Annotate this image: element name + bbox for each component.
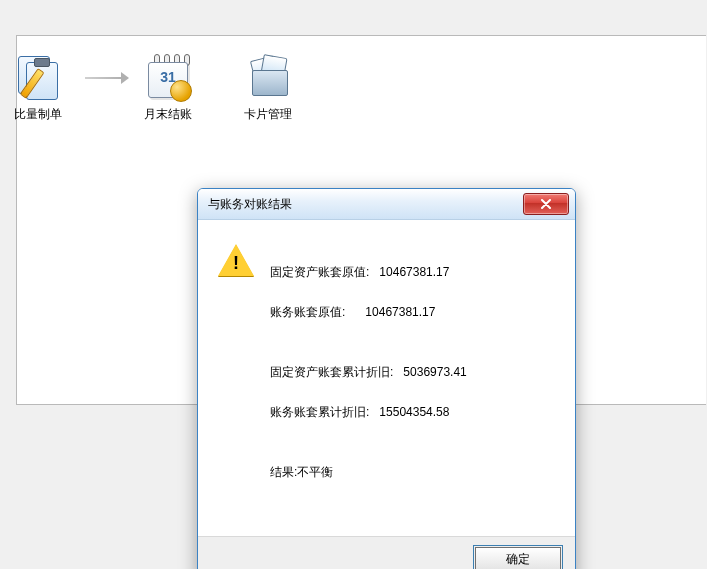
dialog-body: ! 固定资产账套原值: 10467381.17 账务账套原值: 10467381… bbox=[198, 220, 575, 536]
tool-label: 月末结账 bbox=[144, 106, 192, 123]
tool-label: 比量制单 bbox=[14, 106, 62, 123]
value-fin-original: 10467381.17 bbox=[365, 305, 435, 319]
clipboard-icon bbox=[14, 54, 62, 102]
ok-button[interactable]: 确定 bbox=[475, 547, 561, 569]
value-fin-depr: 15504354.58 bbox=[379, 405, 449, 419]
dialog-titlebar[interactable]: 与账务对账结果 bbox=[198, 189, 575, 220]
workflow-toolbar: 比量制单 31 月末结账 bbox=[3, 54, 303, 123]
reconciliation-dialog: 与账务对账结果 ! 固定资产账套原值: 10467381.17 账务账套原值: … bbox=[197, 188, 576, 569]
value-fa-depr: 5036973.41 bbox=[403, 365, 466, 379]
value-result: 不平衡 bbox=[297, 465, 333, 479]
dialog-title: 与账务对账结果 bbox=[208, 196, 292, 213]
tool-batch-vouchers[interactable]: 比量制单 bbox=[3, 54, 73, 123]
tool-month-end-close[interactable]: 31 月末结账 bbox=[133, 54, 203, 123]
calendar-icon: 31 bbox=[144, 54, 192, 102]
arrow-icon bbox=[85, 77, 121, 79]
dialog-footer: 确定 bbox=[198, 536, 575, 569]
warning-icon: ! bbox=[218, 244, 254, 522]
tool-label: 卡片管理 bbox=[244, 106, 292, 123]
app-stage: 比量制单 31 月末结账 bbox=[0, 0, 707, 569]
close-icon bbox=[540, 199, 552, 209]
close-button[interactable] bbox=[523, 193, 569, 215]
value-fa-original: 10467381.17 bbox=[379, 265, 449, 279]
tool-card-management[interactable]: 卡片管理 bbox=[233, 54, 303, 123]
cardbox-icon bbox=[244, 54, 292, 102]
workflow-arrow bbox=[73, 54, 133, 102]
dialog-message: 固定资产账套原值: 10467381.17 账务账套原值: 10467381.1… bbox=[270, 242, 467, 522]
